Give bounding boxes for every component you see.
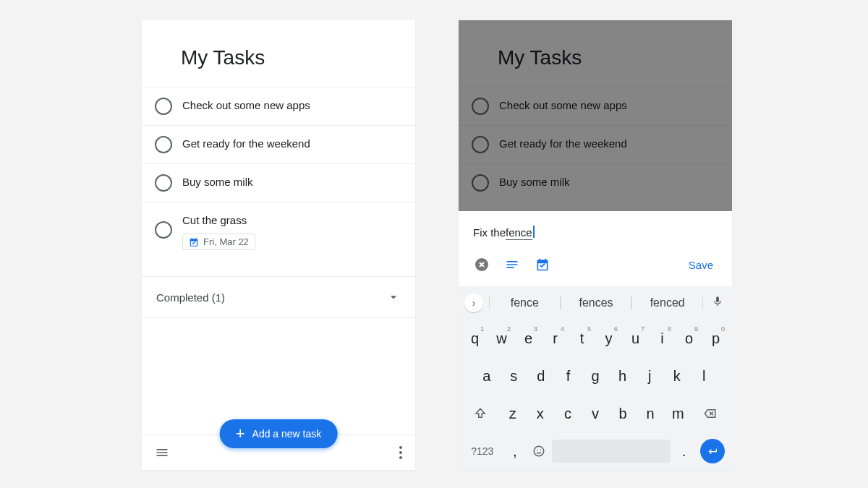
dismiss-icon[interactable] (470, 253, 493, 276)
soft-keyboard: › fence fences fenced q1w2e3r4t5y6u7i8o9… (459, 286, 732, 470)
save-button[interactable]: Save (681, 259, 720, 271)
key-k[interactable]: k (665, 361, 689, 390)
key-b[interactable]: b (610, 399, 635, 428)
key-r[interactable]: r4 (543, 324, 567, 353)
suggestion-row: › fence fences fenced (459, 286, 732, 320)
checkbox-circle[interactable] (155, 174, 172, 192)
key-f[interactable]: f (556, 361, 581, 390)
task-text: Get ready for the weekend (182, 136, 310, 152)
panel-actions: Save (459, 250, 732, 286)
text-caret (533, 226, 535, 238)
task-text: Check out some new apps (182, 98, 310, 114)
details-icon[interactable] (501, 253, 524, 276)
checkbox-circle[interactable] (155, 136, 172, 153)
svg-point-1 (399, 451, 402, 454)
date-chip-text: Fri, Mar 22 (203, 236, 249, 247)
key-u[interactable]: u7 (624, 324, 647, 353)
key-m[interactable]: m (665, 399, 690, 428)
key-z[interactable]: z (501, 399, 525, 428)
key-o[interactable]: o9 (677, 324, 701, 353)
list-title: My Tasks (142, 20, 415, 87)
period-key[interactable]: . (673, 437, 694, 466)
new-task-underlined: fence (506, 226, 532, 240)
add-task-button[interactable]: + Add a new task (220, 419, 338, 448)
checkbox-circle[interactable] (155, 98, 172, 115)
completed-section[interactable]: Completed (1) (142, 276, 415, 318)
key-a[interactable]: a (475, 361, 499, 390)
key-w[interactable]: w2 (490, 324, 514, 353)
svg-point-6 (540, 450, 541, 451)
key-e[interactable]: e3 (516, 324, 540, 353)
tasks-add-screen: My Tasks Check out some new apps Get rea… (459, 20, 732, 470)
enter-key[interactable] (700, 439, 725, 463)
suggestion[interactable]: fenced (631, 296, 703, 309)
new-task-panel: Fix the fence Save › fence (459, 211, 732, 470)
new-task-input[interactable]: Fix the fence (459, 211, 732, 250)
completed-label: Completed (1) (156, 291, 225, 304)
suggestion[interactable]: fences (561, 296, 632, 309)
key-x[interactable]: x (528, 399, 553, 428)
suggestion[interactable]: fence (489, 296, 561, 309)
backspace-key[interactable] (693, 399, 728, 428)
key-i[interactable]: i8 (650, 324, 674, 353)
key-y[interactable]: y6 (597, 324, 621, 353)
date-chip[interactable]: Fri, Mar 22 (182, 234, 255, 250)
chevron-right-icon[interactable]: › (464, 294, 483, 312)
key-j[interactable]: j (637, 361, 662, 390)
space-key[interactable] (552, 440, 671, 463)
emoji-key[interactable] (528, 437, 549, 466)
svg-point-0 (399, 446, 402, 449)
calendar-icon[interactable] (531, 253, 554, 276)
key-p[interactable]: p0 (704, 324, 728, 353)
chevron-down-icon (386, 290, 401, 304)
task-row[interactable]: Buy some milk (142, 163, 415, 202)
fab-label: Add a new task (252, 428, 322, 440)
keyboard-row: zxcvbnm (459, 395, 732, 432)
tasks-list-screen: My Tasks Check out some new apps Get rea… (142, 20, 415, 470)
keyboard-row: asdfghjkl (459, 357, 732, 395)
svg-point-4 (534, 446, 544, 456)
shift-key[interactable] (463, 399, 498, 428)
keyboard-row: q1w2e3r4t5y6u7i8o9p0 (459, 320, 732, 357)
symbols-key[interactable]: ?123 (463, 437, 501, 466)
mic-icon[interactable] (703, 296, 732, 310)
menu-icon[interactable] (155, 445, 169, 460)
key-t[interactable]: t5 (570, 324, 594, 353)
key-h[interactable]: h (610, 361, 635, 390)
calendar-icon (189, 237, 199, 247)
checkbox-circle[interactable] (155, 221, 172, 239)
key-l[interactable]: l (692, 361, 717, 390)
key-g[interactable]: g (583, 361, 608, 390)
svg-point-5 (537, 450, 538, 451)
svg-point-2 (399, 456, 402, 459)
comma-key[interactable]: , (504, 437, 525, 466)
key-s[interactable]: s (502, 361, 527, 390)
key-n[interactable]: n (638, 399, 663, 428)
key-c[interactable]: c (556, 399, 580, 428)
more-icon[interactable] (399, 446, 402, 459)
new-task-prefix: Fix the (473, 226, 506, 239)
task-row[interactable]: Get ready for the weekend (142, 125, 415, 163)
task-row[interactable]: Check out some new apps (142, 87, 415, 125)
key-q[interactable]: q1 (463, 324, 487, 353)
task-text: Buy some milk (182, 174, 253, 190)
key-d[interactable]: d (529, 361, 553, 390)
task-row[interactable]: Cut the grass Fri, Mar 22 (142, 202, 415, 260)
task-text: Cut the grass (182, 213, 255, 228)
keyboard-row: ?123,. (459, 432, 732, 470)
key-v[interactable]: v (583, 399, 608, 428)
